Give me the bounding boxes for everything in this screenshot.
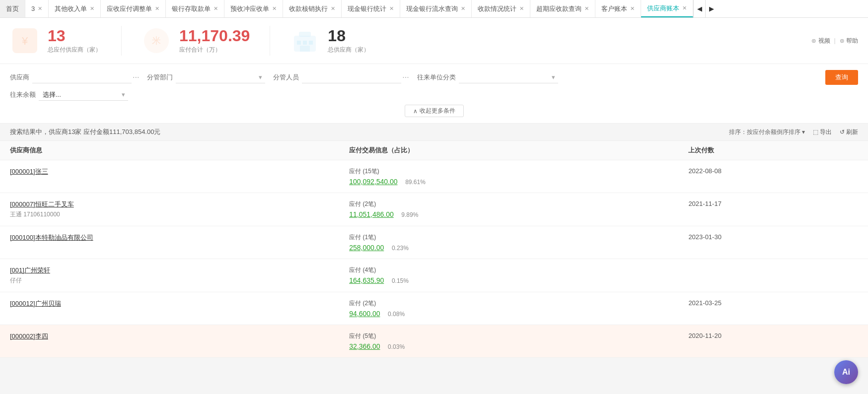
export-button[interactable]: ⬚ 导出	[813, 128, 832, 136]
col-header-supplier: 供应商信息	[10, 146, 349, 155]
table-row: [000002]李四 应付 (5笔) 32,366.00 0.03% 2020-…	[0, 325, 868, 358]
filter-item-balance: 往来余额 选择...	[10, 89, 128, 101]
close-icon-ap-adjust[interactable]: ✕	[155, 5, 159, 12]
collapse-button[interactable]: ∧ 收起更多条件	[405, 105, 464, 117]
total-payable-suppliers-number: 13	[48, 28, 101, 44]
video-link[interactable]: ⊙ 视频	[811, 37, 830, 45]
filter-item-unit-class: 往来单位分类	[417, 71, 558, 83]
nav-tab-customer-account[interactable]: 客户账本 ✕	[595, 0, 641, 17]
nav-tab-bank-deposit[interactable]: 银行存取款单 ✕	[166, 0, 224, 17]
nav-tab-home-label: 首页	[6, 4, 19, 13]
close-icon-customer-account[interactable]: ✕	[630, 5, 635, 12]
table-row: [000007]恒旺二手叉车 王通 17106110000 应付 (2笔) 11…	[0, 193, 868, 226]
nav-tab-prepay-verify[interactable]: 预收冲应收单 ✕	[224, 0, 283, 17]
close-icon-bank-deposit[interactable]: ✕	[214, 5, 218, 12]
ap-label-0: 应付 (15笔)	[349, 168, 379, 175]
supplier-link-3[interactable]: [001]广州荣轩	[10, 266, 50, 274]
ap-amount-5[interactable]: 32,366.00	[349, 342, 380, 350]
ap-amount-0[interactable]: 100,092,540.00	[349, 178, 397, 186]
supplier-more-icon[interactable]: ···	[133, 73, 139, 82]
stat-icon-total-suppliers	[290, 26, 320, 56]
unit-class-select[interactable]	[459, 71, 558, 83]
close-icon-collect-stat[interactable]: ✕	[519, 5, 524, 12]
ap-amount-3[interactable]: 164,635.90	[349, 276, 384, 284]
nav-tab-collect-stat[interactable]: 收款情况统计 ✕	[472, 0, 530, 17]
help-link[interactable]: ⊙ 帮助	[840, 37, 858, 45]
dept-select[interactable]	[176, 71, 265, 83]
svg-rect-5	[299, 32, 311, 37]
last-pay-date-1: 2021-11-17	[688, 200, 858, 207]
supplier-link-4[interactable]: [000012]广州贝瑞	[10, 300, 61, 307]
close-icon-prepay-verify[interactable]: ✕	[272, 5, 277, 12]
nav-tab-collect-check-label: 收款核销执行	[289, 4, 328, 13]
close-icon-collect-check[interactable]: ✕	[331, 5, 335, 12]
ap-label-3: 应付 (4笔)	[349, 266, 376, 273]
svg-text:¥: ¥	[21, 35, 28, 47]
nav-tab-ap-adjust-label: 应收应付调整单	[107, 4, 152, 13]
nav-arrow-right[interactable]: ▶	[705, 0, 717, 18]
nav-tab-cash-bank-stat[interactable]: 现金银行统计 ✕	[342, 0, 400, 17]
query-button[interactable]: 查询	[825, 70, 858, 85]
filter-area: 供应商 ··· 分管部门 分管人员 ··· 往来单位分类 查询	[0, 64, 868, 124]
ap-label-1: 应付 (2笔)	[349, 200, 376, 207]
table-header: 供应商信息 应付交易信息（占比） 上次付数	[0, 141, 868, 160]
nav-tab-prepay-verify-label: 预收冲应收单	[230, 4, 269, 13]
ap-amount-2[interactable]: 258,000.00	[349, 244, 384, 252]
stat-block-total-suppliers: 18 总供应商（家）	[290, 26, 389, 56]
collapse-arrow-icon: ∧	[413, 108, 418, 115]
person-more-icon[interactable]: ···	[402, 73, 409, 82]
export-label: 导出	[820, 128, 832, 136]
total-payable-amount-label: 应付合计（万）	[179, 46, 250, 54]
supplier-link-2[interactable]: [000100]本特勒油品有限公司	[10, 234, 93, 241]
total-suppliers-label: 总供应商（家）	[328, 46, 369, 54]
supplier-input[interactable]	[32, 71, 132, 83]
total-payable-suppliers-label: 总应付供应商（家）	[48, 46, 101, 54]
ap-pct-5: 0.03%	[388, 343, 405, 350]
table-row: [000100]本特勒油品有限公司 应付 (1笔) 258,000.00 0.2…	[0, 226, 868, 259]
nav-tab-other-income[interactable]: 其他收入单 ✕	[49, 0, 101, 17]
last-pay-date-5: 2020-11-20	[688, 332, 858, 339]
ap-amount-1[interactable]: 11,051,486.00	[349, 210, 394, 218]
filter-label-balance: 往来余额	[10, 90, 36, 99]
close-icon-cash-bank-flow[interactable]: ✕	[461, 5, 465, 12]
nav-tab-3[interactable]: 3 ✕	[25, 0, 49, 17]
stats-area: ¥ 13 总应付供应商（家） 米 11,170.39 应付合计（万）	[0, 18, 868, 64]
last-pay-date-0: 2022-08-08	[688, 167, 858, 175]
filter-row-2: 往来余额 选择...	[10, 89, 858, 101]
ap-amount-4[interactable]: 94,600.00	[349, 310, 380, 318]
person-input[interactable]	[302, 71, 401, 83]
supplier-link-1[interactable]: [000007]恒旺二手叉车	[10, 200, 74, 208]
nav-tab-home[interactable]: 首页	[0, 0, 25, 17]
close-icon-supplier-account[interactable]: ✕	[682, 5, 687, 11]
filter-label-person: 分管人员	[273, 73, 299, 82]
nav-arrow-left[interactable]: ◀	[693, 0, 705, 18]
svg-text:米: 米	[152, 36, 161, 46]
balance-select[interactable]: 选择...	[39, 89, 128, 101]
result-actions: 排序：按应付余额倒序排序 ▾ ⬚ 导出 ↺ 刷新	[729, 128, 858, 136]
sort-label[interactable]: 排序：按应付余额倒序排序 ▾	[729, 128, 805, 136]
close-icon-overdue-query[interactable]: ✕	[584, 5, 589, 12]
close-icon-3[interactable]: ✕	[38, 5, 42, 12]
nav-tab-3-label: 3	[31, 5, 35, 12]
nav-tab-supplier-account[interactable]: 供应商账本 ✕	[641, 0, 693, 17]
collapse-button-label: 收起更多条件	[420, 107, 455, 115]
close-icon-other-income[interactable]: ✕	[90, 5, 94, 12]
ap-pct-4: 0.08%	[388, 311, 405, 318]
ap-label-5: 应付 (5笔)	[349, 332, 376, 339]
supplier-link-0[interactable]: [000001]张三	[10, 168, 48, 175]
nav-tab-cash-bank-flow[interactable]: 现金银行流水查询 ✕	[400, 0, 472, 17]
filter-item-dept: 分管部门	[147, 71, 265, 83]
nav-tab-ap-adjust[interactable]: 应收应付调整单 ✕	[101, 0, 166, 17]
supplier-link-5[interactable]: [000002]李四	[10, 332, 48, 340]
refresh-label: 刷新	[846, 128, 858, 136]
col-header-last-payment: 上次付数	[688, 146, 858, 155]
nav-tab-collect-check[interactable]: 收款核销执行 ✕	[283, 0, 342, 17]
close-icon-cash-bank-stat[interactable]: ✕	[389, 5, 394, 12]
result-info: 搜索结果中，供应商13家 应付金额111,703,854.00元	[10, 128, 160, 136]
ap-label-4: 应付 (2笔)	[349, 300, 376, 307]
filter-row-1: 供应商 ··· 分管部门 分管人员 ··· 往来单位分类 查询	[10, 70, 858, 85]
refresh-button[interactable]: ↺ 刷新	[840, 128, 858, 136]
sort-label-text: 排序：按应付余额倒序排序	[729, 128, 800, 136]
nav-tab-overdue-query[interactable]: 超期应收款查询 ✕	[530, 0, 595, 17]
ap-pct-1: 9.89%	[401, 211, 418, 218]
